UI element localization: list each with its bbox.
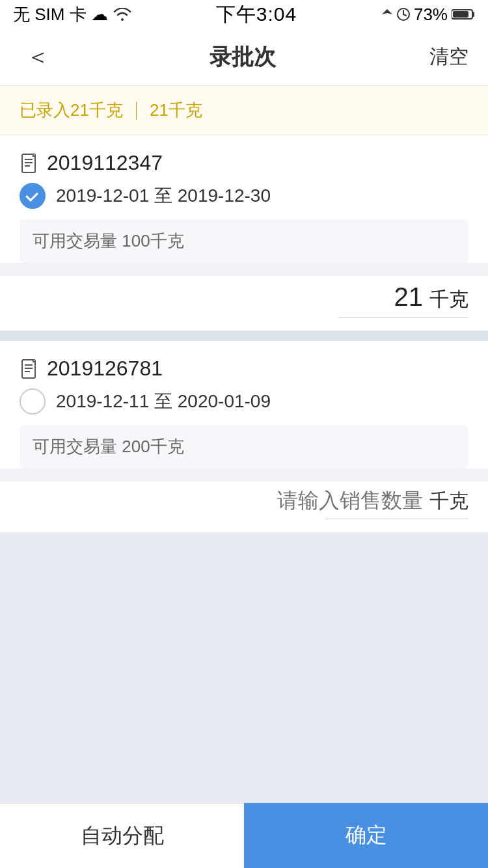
recorded-label: 已录入21千克 [20, 99, 123, 122]
batch1-qty: 可用交易量 100千克 [33, 231, 184, 251]
batch2-qty-box: 可用交易量 200千克 [20, 425, 468, 468]
wifi-icon [113, 8, 131, 21]
batch1-amount-wrapper: 21 千克 [0, 276, 488, 331]
batch-card-2: 2019126781 2019-12-11 至 2020-01-09 可用交易量… [0, 341, 488, 468]
batch2-quantity-input[interactable] [215, 489, 423, 513]
recorded-value: 21千克 [150, 99, 202, 122]
svg-rect-4 [472, 12, 474, 17]
battery-label: 73% [414, 5, 448, 25]
batch2-date: 2019-12-11 至 2020-01-09 [56, 389, 271, 414]
confirm-button[interactable]: 确定 [244, 803, 488, 868]
batch2-qty: 可用交易量 200千克 [33, 437, 184, 456]
info-banner: 已录入21千克 21千克 [0, 86, 488, 135]
back-button[interactable]: ＜ [20, 34, 56, 79]
clear-button[interactable]: 清空 [429, 44, 468, 70]
status-bar: 无 SIM 卡 ☁ 下午3:04 73% [0, 0, 488, 29]
batch1-amount: 21 [394, 282, 424, 312]
batch1-header: 2019112347 [20, 151, 468, 175]
status-right: 73% [381, 5, 475, 25]
section-divider [0, 331, 488, 341]
nav-bar: ＜ 录批次 清空 [0, 29, 488, 86]
battery-icon [452, 8, 475, 20]
bottom-bar: 自动分配 确定 [0, 803, 488, 868]
banner-divider [136, 102, 137, 120]
page-title: 录批次 [210, 42, 276, 72]
document-icon-2 [20, 359, 40, 379]
batch2-input-wrapper: 千克 [0, 481, 488, 532]
location-icon [381, 8, 393, 20]
batch2-header: 2019126781 [20, 357, 468, 381]
batch1-radio[interactable] [20, 183, 46, 209]
batch1-unit: 千克 [429, 286, 468, 313]
document-icon-1 [20, 153, 40, 174]
status-time: 下午3:04 [216, 1, 297, 28]
auto-distribute-button[interactable]: 自动分配 [0, 803, 244, 868]
batch2-date-row[interactable]: 2019-12-11 至 2020-01-09 [20, 388, 468, 414]
batch1-id: 2019112347 [47, 151, 163, 175]
batch2-radio[interactable] [20, 388, 46, 414]
svg-rect-5 [453, 11, 468, 18]
clock-icon [397, 8, 410, 21]
status-left: 无 SIM 卡 ☁ [13, 3, 131, 26]
svg-line-2 [403, 14, 406, 16]
batch1-date: 2019-12-01 至 2019-12-30 [56, 183, 271, 208]
batch2-unit: 千克 [429, 488, 468, 515]
batch1-qty-box: 可用交易量 100千克 [20, 219, 468, 263]
empty-area [0, 532, 488, 819]
sim-label: 无 SIM 卡 ☁ [13, 3, 108, 26]
batch1-date-row[interactable]: 2019-12-01 至 2019-12-30 [20, 183, 468, 209]
batch2-id: 2019126781 [47, 357, 163, 381]
batch-card-1: 2019112347 2019-12-01 至 2019-12-30 可用交易量… [0, 135, 488, 263]
